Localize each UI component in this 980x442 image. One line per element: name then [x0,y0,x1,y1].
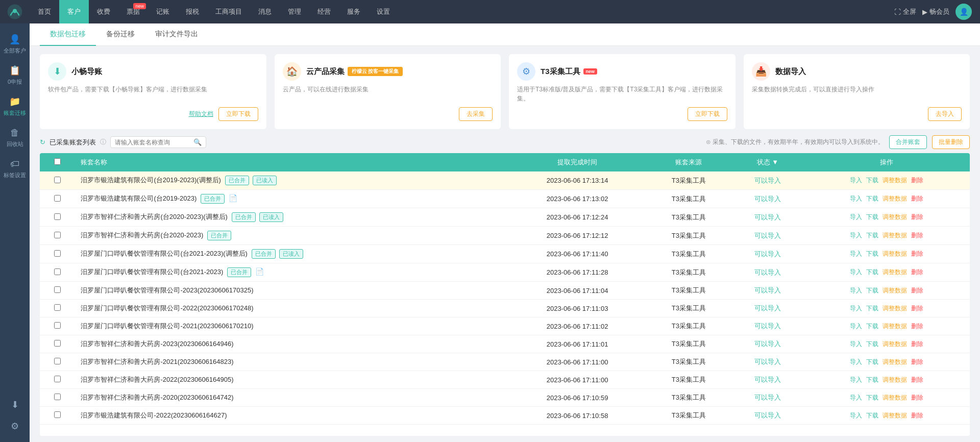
op-导入[interactable]: 导入 [850,177,862,184]
col-header-1[interactable]: 账套名称 [75,153,509,171]
nav-item-票据[interactable]: 票据new [118,0,148,23]
sidebar-item-全部客户[interactable]: 👤全部客户 [0,29,30,60]
row-checkbox[interactable] [54,177,61,183]
op-调整数据[interactable]: 调整数据 [883,376,907,383]
tab-备份迁移[interactable]: 备份迁移 [96,23,145,46]
op-调整数据[interactable]: 调整数据 [883,305,907,312]
card-link[interactable]: 帮助文档 [189,110,213,118]
op-导入[interactable]: 导入 [850,323,862,330]
nav-item-报税[interactable]: 报税 [178,0,207,23]
app-logo[interactable] [0,0,30,23]
merge-btn[interactable]: 合并账套 [889,135,927,149]
op-调整数据[interactable]: 调整数据 [883,340,907,348]
card-btn[interactable]: 立即下载 [218,107,258,121]
batch-delete-btn[interactable]: 批量删除 [932,135,970,149]
op-调整数据[interactable]: 调整数据 [883,412,907,419]
row-checkbox[interactable] [54,213,61,220]
row-checkbox[interactable] [54,232,61,238]
op-导入[interactable]: 导入 [850,412,862,419]
op-调整数据[interactable]: 调整数据 [883,232,907,239]
row-checkbox[interactable] [54,358,61,364]
op-导入[interactable]: 导入 [850,340,862,348]
select-all-checkbox[interactable] [54,158,61,165]
nav-item-设置[interactable]: 设置 [369,0,398,23]
op-调整数据[interactable]: 调整数据 [883,323,907,330]
op-导入[interactable]: 导入 [850,287,862,294]
sidebar-item-0申报[interactable]: 📋0申报 [0,60,30,91]
op-下载[interactable]: 下载 [866,232,878,239]
col-header-3[interactable]: 账套来源 [646,153,732,171]
op-导入[interactable]: 导入 [850,394,862,401]
nav-item-首页[interactable]: 首页 [30,0,59,23]
nav-item-管理[interactable]: 管理 [280,0,309,23]
op-删除[interactable]: 删除 [911,305,923,312]
user-avatar[interactable]: 👤 [955,4,972,20]
op-删除[interactable]: 删除 [911,232,923,239]
op-下载[interactable]: 下载 [866,213,878,220]
row-checkbox[interactable] [54,411,61,418]
op-下载[interactable]: 下载 [866,358,878,365]
op-删除[interactable]: 删除 [911,268,923,276]
op-导入[interactable]: 导入 [850,213,862,220]
op-删除[interactable]: 删除 [911,195,923,202]
account-icon[interactable]: 📄 [229,194,237,202]
op-下载[interactable]: 下载 [866,376,878,383]
op-删除[interactable]: 删除 [911,358,923,365]
op-调整数据[interactable]: 调整数据 [883,195,907,202]
row-checkbox[interactable] [54,250,61,257]
op-下载[interactable]: 下载 [866,268,878,276]
row-checkbox[interactable] [54,322,61,329]
op-删除[interactable]: 删除 [911,213,923,220]
op-调整数据[interactable]: 调整数据 [883,177,907,184]
op-删除[interactable]: 删除 [911,412,923,419]
op-导入[interactable]: 导入 [850,358,862,365]
op-下载[interactable]: 下载 [866,412,878,419]
row-checkbox[interactable] [54,394,61,400]
op-下载[interactable]: 下载 [866,323,878,330]
nav-item-记账[interactable]: 记账 [148,0,178,23]
op-下载[interactable]: 下载 [866,177,878,184]
nav-item-消息[interactable]: 消息 [250,0,280,23]
op-导入[interactable]: 导入 [850,250,862,257]
row-checkbox[interactable] [54,376,61,382]
op-调整数据[interactable]: 调整数据 [883,358,907,365]
op-导入[interactable]: 导入 [850,232,862,239]
op-删除[interactable]: 删除 [911,340,923,348]
op-删除[interactable]: 删除 [911,376,923,383]
help-icon[interactable]: ⓘ [100,138,106,146]
nav-item-工商项目[interactable]: 工商项目 [207,0,250,23]
account-icon[interactable]: 📄 [255,267,264,276]
tab-审计文件导出[interactable]: 审计文件导出 [145,23,208,46]
op-下载[interactable]: 下载 [866,340,878,348]
search-icon[interactable]: 🔍 [193,138,202,146]
sidebar-bottom-item[interactable]: ⚙ [0,415,30,437]
fullscreen-button[interactable]: ⛶ 全屏 [894,7,916,16]
sidebar-item-账套迁移[interactable]: 📁账套迁移 [0,91,30,122]
col-header-2[interactable]: 提取完成时间 [509,153,646,171]
search-input[interactable] [115,139,191,146]
row-checkbox[interactable] [54,304,61,311]
op-调整数据[interactable]: 调整数据 [883,213,907,220]
op-删除[interactable]: 删除 [911,323,923,330]
sidebar-item-标签设置[interactable]: 🏷标签设置 [0,153,30,184]
op-调整数据[interactable]: 调整数据 [883,287,907,294]
op-导入[interactable]: 导入 [850,376,862,383]
card-btn[interactable]: 去导入 [928,107,962,121]
op-导入[interactable]: 导入 [850,305,862,312]
row-checkbox[interactable] [54,268,61,275]
op-下载[interactable]: 下载 [866,394,878,401]
member-button[interactable]: ▶ 畅会员 [922,7,949,16]
op-导入[interactable]: 导入 [850,268,862,276]
col-header-5[interactable]: 操作 [803,153,970,171]
op-删除[interactable]: 删除 [911,250,923,257]
op-调整数据[interactable]: 调整数据 [883,250,907,257]
sidebar-item-回收站[interactable]: 🗑回收站 [0,122,30,153]
op-删除[interactable]: 删除 [911,394,923,401]
op-删除[interactable]: 删除 [911,287,923,294]
refresh-icon[interactable]: ↻ [40,138,45,146]
op-下载[interactable]: 下载 [866,250,878,257]
nav-item-收费[interactable]: 收费 [89,0,118,23]
op-删除[interactable]: 删除 [911,177,923,184]
op-下载[interactable]: 下载 [866,287,878,294]
sidebar-bottom-item[interactable]: ⬇ [0,394,30,415]
